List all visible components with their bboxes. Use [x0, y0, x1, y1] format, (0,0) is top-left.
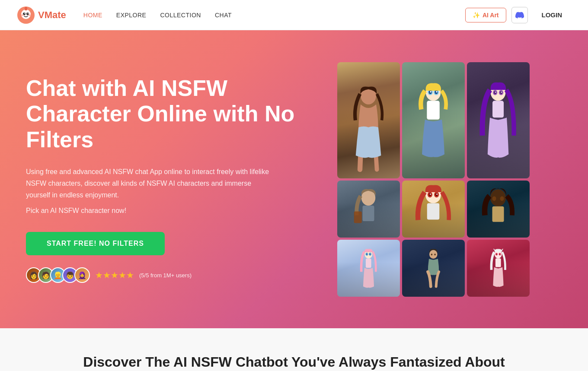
hero-section: Chat with AI NSFW Character Online with …: [0, 30, 588, 328]
character-image-8[interactable]: [402, 240, 465, 297]
star-rating: ★★★★★: [95, 270, 134, 280]
character-image-3[interactable]: [467, 62, 530, 178]
svg-point-40: [500, 196, 504, 201]
figure-svg: [402, 248, 465, 296]
hero-description: Using free and advanced AI NSFW chat App…: [26, 166, 277, 201]
svg-rect-28: [363, 206, 374, 221]
nav-link-collection[interactable]: COLLECTION: [160, 12, 201, 19]
svg-point-8: [21, 14, 24, 16]
figure-svg: [337, 248, 400, 296]
svg-point-52: [431, 254, 432, 255]
figure-svg: [467, 248, 530, 296]
svg-point-35: [430, 193, 431, 195]
nav-item-collection[interactable]: COLLECTION: [160, 11, 201, 19]
rating-row: 👩 🧑 👱 👦 🧕 ★★★★★ (5/5 from 1M+ users): [26, 267, 320, 283]
nav-item-chat[interactable]: CHAT: [215, 11, 232, 19]
svg-rect-37: [427, 203, 439, 220]
bottom-title: Discover The AI NSFW Chatbot You've Alwa…: [17, 354, 571, 370]
ai-art-label: AI Art: [483, 12, 499, 19]
svg-rect-26: [492, 101, 504, 117]
character-image-5[interactable]: [402, 181, 465, 238]
start-free-button[interactable]: START FREE! NO FILTERS: [26, 232, 165, 255]
nav-item-home[interactable]: HOME: [83, 11, 102, 19]
svg-rect-29: [354, 211, 362, 223]
bottom-section: Discover The AI NSFW Chatbot You've Alwa…: [0, 328, 588, 371]
nav-right: ✨ AI Art LOGIN: [465, 7, 571, 23]
svg-point-24: [495, 92, 496, 93]
avatar: 🧕: [74, 267, 90, 283]
svg-point-39: [492, 196, 496, 201]
svg-point-16: [430, 91, 431, 92]
svg-point-3: [25, 7, 27, 10]
figure-svg: [467, 186, 530, 238]
logo-icon: [17, 6, 35, 24]
character-image-6[interactable]: [467, 181, 530, 238]
nav-link-chat[interactable]: CHAT: [215, 12, 232, 19]
svg-point-47: [367, 254, 368, 254]
figure-svg: [402, 79, 465, 178]
character-image-9[interactable]: [467, 240, 530, 297]
svg-point-59: [496, 254, 497, 254]
navbar: VMate HOME EXPLORE COLLECTION CHAT ✨ AI …: [0, 0, 588, 30]
figure-svg: [337, 186, 400, 238]
hero-image-grid: [337, 62, 530, 297]
discord-icon: [515, 11, 524, 19]
svg-point-53: [434, 254, 435, 255]
logo-text: VMate: [38, 10, 66, 21]
hero-pick-text: Pick an AI NSFW character now!: [26, 207, 320, 215]
character-image-4[interactable]: [337, 181, 400, 238]
svg-point-51: [429, 250, 438, 259]
hero-title: Chat with AI NSFW Character Online with …: [26, 76, 320, 153]
svg-rect-61: [495, 259, 501, 267]
svg-point-1: [21, 10, 31, 19]
hero-content: Chat with AI NSFW Character Online with …: [26, 76, 320, 283]
svg-rect-18: [427, 101, 439, 119]
figure-svg: [337, 85, 400, 178]
nav-link-home[interactable]: HOME: [83, 12, 102, 19]
svg-point-7: [28, 13, 29, 14]
user-avatars: 👩 🧑 👱 👦 🧕: [26, 267, 90, 283]
nav-left: VMate HOME EXPLORE COLLECTION CHAT: [17, 6, 232, 24]
svg-rect-50: [366, 259, 371, 268]
discord-button[interactable]: [511, 7, 528, 23]
login-button[interactable]: LOGIN: [533, 8, 571, 22]
rating-text: (5/5 from 1M+ users): [139, 272, 192, 279]
svg-rect-41: [492, 206, 504, 222]
figure-svg: [467, 79, 530, 178]
svg-point-36: [436, 193, 438, 195]
svg-point-25: [501, 92, 502, 93]
svg-point-9: [28, 14, 31, 16]
ai-art-button[interactable]: ✨ AI Art: [465, 8, 506, 22]
svg-point-48: [370, 254, 371, 254]
svg-point-17: [436, 91, 437, 92]
logo[interactable]: VMate: [17, 6, 66, 24]
nav-link-explore[interactable]: EXPLORE: [116, 12, 147, 19]
nav-item-explore[interactable]: EXPLORE: [116, 11, 147, 19]
nav-links: HOME EXPLORE COLLECTION CHAT: [83, 11, 232, 19]
brush-icon: ✨: [473, 12, 480, 19]
figure-svg: [402, 183, 465, 237]
character-image-7[interactable]: [337, 240, 400, 297]
svg-point-6: [24, 13, 25, 14]
character-image-1[interactable]: [337, 62, 400, 178]
character-image-2[interactable]: [402, 62, 465, 178]
svg-point-60: [500, 254, 500, 254]
